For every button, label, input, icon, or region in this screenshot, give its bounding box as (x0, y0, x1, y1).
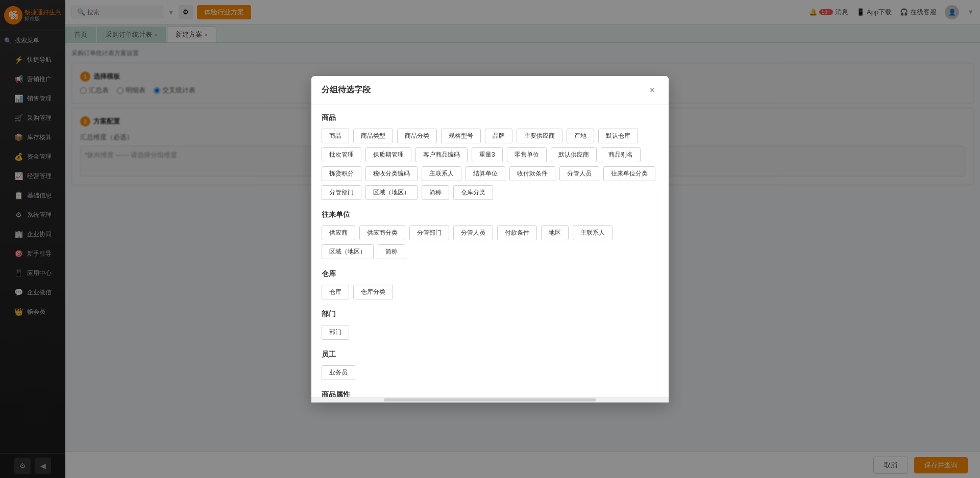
field-select-modal: 分组待选字段 × 商品商品商品类型商品分类规格型号品牌主要供应商产地默认仓库批次… (311, 76, 669, 402)
field-tag-product-19[interactable]: 收付款条件 (509, 166, 555, 181)
field-tag-customer-4[interactable]: 付款条件 (497, 225, 537, 240)
field-tag-product-13[interactable]: 默认供应商 (551, 147, 597, 162)
field-tag-product-5[interactable]: 主要供应商 (517, 129, 562, 143)
field-section-title-warehouse: 仓库 (322, 269, 658, 279)
field-tag-customer-1[interactable]: 供应商分类 (359, 225, 405, 240)
field-section-title-department: 部门 (322, 310, 658, 319)
field-tag-product-9[interactable]: 保质期管理 (365, 147, 411, 162)
field-tag-warehouse-0[interactable]: 仓库 (322, 285, 349, 299)
modal-scrollbar-thumb (384, 398, 596, 401)
field-section-title-customer: 往来单位 (322, 210, 658, 219)
field-tags-customer: 供应商供应商分类分管部门分管人员付款条件地区主联系人区域（地区）简称 (322, 225, 658, 259)
field-section-title-employee: 员工 (322, 350, 658, 359)
field-tag-product-2[interactable]: 商品分类 (397, 129, 437, 143)
field-tags-warehouse: 仓库仓库分类 (322, 285, 658, 299)
field-tags-employee: 业务员 (322, 365, 658, 380)
field-tag-product-1[interactable]: 商品类型 (353, 129, 393, 143)
field-tag-product-12[interactable]: 零售单位 (507, 147, 547, 162)
field-section-title-product: 商品 (322, 113, 658, 122)
field-tag-product-14[interactable]: 商品别名 (601, 147, 641, 162)
modal-horizontal-scrollbar[interactable] (311, 397, 669, 402)
field-tag-customer-2[interactable]: 分管部门 (409, 225, 449, 240)
field-tag-department-0[interactable]: 部门 (322, 325, 349, 340)
field-tag-product-11[interactable]: 重量3 (472, 147, 503, 162)
field-section-product-attr: 商品属性属性颜色多规格尺码鞋码1 (322, 390, 658, 397)
field-tag-customer-7[interactable]: 区域（地区） (322, 244, 374, 259)
field-tag-product-20[interactable]: 分管人员 (559, 166, 599, 181)
field-tag-product-10[interactable]: 客户商品编码 (415, 147, 468, 162)
modal-title: 分组待选字段 (322, 85, 371, 95)
field-tags-department: 部门 (322, 325, 658, 340)
field-tag-product-22[interactable]: 分管部门 (322, 185, 361, 200)
field-section-product: 商品商品商品类型商品分类规格型号品牌主要供应商产地默认仓库批次管理保质期管理客户… (322, 113, 658, 200)
field-tag-customer-5[interactable]: 地区 (541, 225, 569, 240)
field-tag-product-25[interactable]: 仓库分类 (453, 185, 493, 200)
field-tag-customer-6[interactable]: 主联系人 (573, 225, 612, 240)
field-tag-product-6[interactable]: 产地 (567, 129, 594, 143)
field-section-title-product-attr: 商品属性 (322, 390, 658, 397)
field-tag-customer-8[interactable]: 简称 (378, 244, 405, 259)
field-tag-warehouse-1[interactable]: 仓库分类 (353, 285, 393, 299)
field-section-department: 部门部门 (322, 310, 658, 340)
field-tag-product-4[interactable]: 品牌 (485, 129, 512, 143)
field-section-employee: 员工业务员 (322, 350, 658, 380)
field-tag-product-24[interactable]: 简称 (422, 185, 449, 200)
field-tag-product-8[interactable]: 批次管理 (322, 147, 361, 162)
field-tag-product-21[interactable]: 往来单位分类 (603, 166, 655, 181)
field-tag-customer-0[interactable]: 供应商 (322, 225, 355, 240)
field-tag-product-16[interactable]: 税收分类编码 (365, 166, 418, 181)
field-tag-employee-0[interactable]: 业务员 (322, 365, 355, 380)
field-tag-customer-3[interactable]: 分管人员 (453, 225, 493, 240)
field-tags-product: 商品商品类型商品分类规格型号品牌主要供应商产地默认仓库批次管理保质期管理客户商品… (322, 129, 658, 200)
field-tag-product-7[interactable]: 默认仓库 (598, 129, 638, 143)
field-tag-product-0[interactable]: 商品 (322, 129, 349, 143)
field-tag-product-18[interactable]: 结算单位 (465, 166, 505, 181)
modal-close-button[interactable]: × (646, 84, 658, 96)
field-tag-product-17[interactable]: 主联系人 (422, 166, 461, 181)
field-section-customer: 往来单位供应商供应商分类分管部门分管人员付款条件地区主联系人区域（地区）简称 (322, 210, 658, 259)
field-section-warehouse: 仓库仓库仓库分类 (322, 269, 658, 299)
modal-body[interactable]: 商品商品商品类型商品分类规格型号品牌主要供应商产地默认仓库批次管理保质期管理客户… (311, 105, 669, 397)
field-tag-product-23[interactable]: 区域（地区） (365, 185, 418, 200)
field-tag-product-3[interactable]: 规格型号 (441, 129, 481, 143)
field-tag-product-15[interactable]: 拣货积分 (322, 166, 361, 181)
modal-header: 分组待选字段 × (311, 76, 669, 105)
